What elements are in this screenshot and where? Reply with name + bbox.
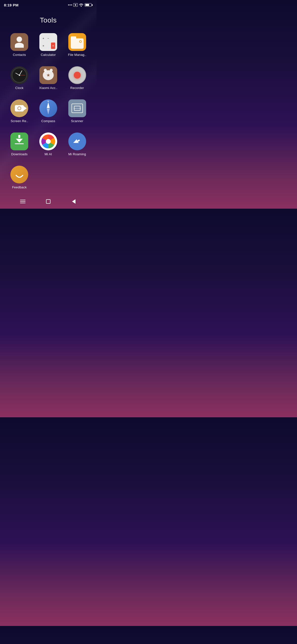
calc-grid: + − × =: [39, 33, 57, 51]
xiaomi-label: Xiaomi Acc..: [39, 86, 57, 90]
status-icons: [68, 3, 93, 7]
miroaming-icon: [68, 132, 86, 150]
app-item-recorder[interactable]: Recorder: [63, 63, 92, 96]
recorder-label: Recorder: [70, 86, 84, 90]
nav-bar: [0, 196, 97, 209]
battery-icon: [85, 3, 93, 7]
clock-icon: [11, 66, 28, 84]
filemanager-icon: [68, 33, 86, 51]
nav-back-button[interactable]: [68, 196, 79, 207]
app-item-compass[interactable]: N Compass: [34, 96, 63, 130]
miai-icon: [39, 132, 57, 150]
screenrec-icon: [11, 100, 28, 117]
clock-label: Clock: [15, 86, 24, 90]
compass-icon: N: [39, 100, 57, 117]
menu-icon: [20, 200, 26, 203]
contacts-icon: [11, 33, 28, 51]
app-item-feedback[interactable]: Feedback: [5, 163, 34, 196]
contacts-figure: [15, 36, 24, 48]
xiaomi-icon: ★: [39, 66, 57, 84]
recorder-icon: [68, 66, 86, 84]
nav-menu-button[interactable]: [17, 196, 28, 207]
page-title: Tools: [0, 9, 97, 30]
screen: 8:19 PM Tools: [0, 0, 97, 209]
app-item-contacts[interactable]: Contacts: [5, 30, 34, 63]
miroaming-label: Mi Roaming: [68, 152, 86, 156]
app-item-screenrec[interactable]: Screen Re..: [5, 96, 34, 130]
feedback-icon: [11, 166, 28, 184]
status-time: 8:19 PM: [4, 3, 19, 7]
app-item-scanner[interactable]: Scanner: [63, 96, 92, 130]
calculator-label: Calculator: [41, 53, 56, 56]
svg-point-0: [81, 6, 82, 7]
signal-icon: [68, 4, 72, 6]
app-item-downloads[interactable]: Downloads: [5, 130, 34, 163]
wifi-icon: [79, 3, 83, 7]
app-grid: Contacts + − × = Calculator: [0, 30, 97, 196]
back-icon: [72, 199, 76, 204]
nav-home-button[interactable]: [43, 196, 54, 207]
downloads-label: Downloads: [11, 152, 28, 156]
app-item-clock[interactable]: Clock: [5, 63, 34, 96]
scanner-label: Scanner: [71, 119, 83, 123]
app-item-miroaming[interactable]: Mi Roaming: [63, 130, 92, 163]
filemanager-label: File Manag..: [68, 53, 86, 56]
app-item-xiaomi[interactable]: ★ Xiaomi Acc..: [34, 63, 63, 96]
downloads-icon: [11, 132, 28, 150]
contacts-label: Contacts: [13, 53, 26, 56]
scanner-icon: [68, 100, 86, 117]
status-bar: 8:19 PM: [0, 0, 97, 9]
app-item-miai[interactable]: Mi AI: [34, 130, 63, 163]
app-item-filemanager[interactable]: File Manag..: [63, 30, 92, 63]
screenrec-label: Screen Re..: [11, 119, 28, 123]
app-item-calculator[interactable]: + − × = Calculator: [34, 30, 63, 63]
compass-label: Compass: [41, 119, 55, 123]
home-icon: [46, 199, 51, 204]
calculator-icon: + − × =: [39, 33, 57, 51]
svg-point-2: [46, 139, 51, 144]
svg-point-3: [13, 168, 26, 182]
sim-icon: [73, 3, 78, 7]
miai-label: Mi AI: [45, 152, 52, 156]
feedback-label: Feedback: [12, 186, 27, 189]
